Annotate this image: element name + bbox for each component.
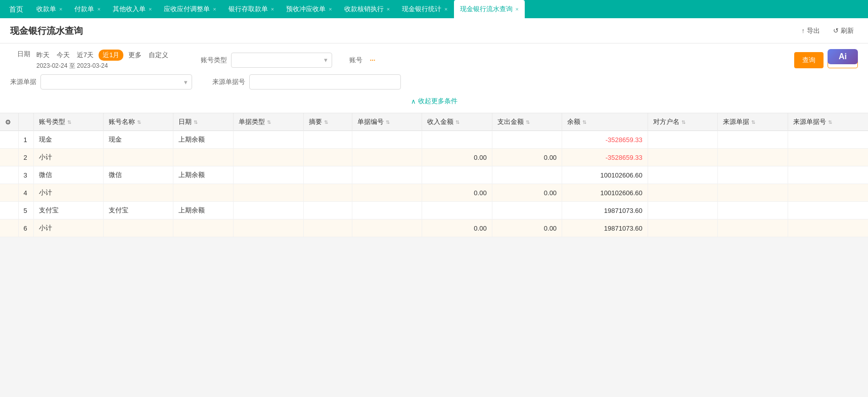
table-header-row: ⚙ 账号类型 ⇅ 账号名称 ⇅ 日期 — [0, 113, 868, 131]
row-settings-cell — [0, 131, 18, 149]
page-header: 现金银行流水查询 ↑ 导出 ↺ 刷新 — [0, 18, 868, 43]
refresh-button[interactable]: ↺ 刷新 — [829, 24, 858, 37]
row-balance: 100102606.60 — [562, 184, 648, 202]
account-label: 账号 — [342, 56, 362, 65]
row-summary — [303, 184, 352, 202]
account-type-label: 账号类型 — [201, 56, 227, 65]
query-button[interactable]: 查询 — [794, 52, 824, 68]
date-btn-7days[interactable]: 近7天 — [75, 50, 96, 61]
nav-tab-现金银行统计[interactable]: 现金银行统计 × — [396, 0, 453, 18]
sort-icon: ⇅ — [324, 119, 328, 125]
close-icon[interactable]: × — [271, 0, 274, 18]
nav-tab-应收应付调整单[interactable]: 应收应付调整单 × — [158, 0, 222, 18]
th-summary[interactable]: 摘要 ⇅ — [303, 113, 352, 131]
close-icon[interactable]: × — [59, 0, 62, 18]
close-icon[interactable]: × — [97, 0, 100, 18]
row-doc-type — [234, 149, 303, 166]
source-doc-no-input[interactable] — [249, 74, 401, 90]
th-income[interactable]: 收入金额 ⇅ — [422, 113, 492, 131]
nav-tab-银行存取款单[interactable]: 银行存取款单 × — [222, 0, 280, 18]
account-type-select[interactable]: ▾ — [231, 53, 332, 68]
row-account-name: 支付宝 — [103, 202, 173, 219]
row-doc-type — [234, 219, 303, 237]
row-source-doc-no — [788, 219, 868, 237]
filter-row-2: 来源单据 ▾ 来源单据号 — [10, 74, 858, 90]
row-account-name — [103, 149, 173, 166]
close-icon[interactable]: × — [444, 0, 447, 18]
th-source-doc-no[interactable]: 来源单据号 ⇅ — [788, 113, 868, 131]
row-account-type: 小计 — [33, 149, 103, 166]
date-btn-more[interactable]: 更多 — [126, 50, 144, 61]
row-balance: -3528659.33 — [562, 149, 648, 166]
th-counterparty[interactable]: 对方户名 ⇅ — [648, 113, 717, 131]
row-source-doc — [718, 131, 788, 149]
nav-tab-收款单[interactable]: 收款单 × — [30, 0, 68, 18]
date-btn-today[interactable]: 今天 — [55, 50, 72, 61]
account-ellipsis-btn[interactable]: ··· — [367, 54, 378, 66]
row-source-doc-no — [788, 166, 868, 184]
row-source-doc — [718, 219, 788, 237]
th-expense[interactable]: 支出金额 ⇅ — [492, 113, 562, 131]
close-icon[interactable]: × — [149, 0, 152, 18]
row-expense: 0.00 — [492, 149, 562, 166]
th-doc-type[interactable]: 单据类型 ⇅ — [234, 113, 303, 131]
filter-area: 日期 昨天 今天 近7天 近1月 更多 自定义 2023-02-24 至 202… — [0, 43, 868, 113]
nav-tab-收款核销执行[interactable]: 收款核销执行 × — [338, 0, 396, 18]
row-date: 上期余额 — [173, 202, 234, 219]
row-income — [422, 166, 492, 184]
nav-tab-其他收入单[interactable]: 其他收入单 × — [107, 0, 158, 18]
th-doc-no[interactable]: 单据编号 ⇅ — [352, 113, 422, 131]
date-btn-custom[interactable]: 自定义 — [147, 50, 170, 61]
row-account-name: 微信 — [103, 166, 173, 184]
row-source-doc-no — [788, 149, 868, 166]
row-doc-no — [352, 149, 422, 166]
th-index — [18, 113, 33, 131]
close-icon[interactable]: × — [387, 0, 390, 18]
row-counterparty — [648, 202, 717, 219]
date-btn-yesterday[interactable]: 昨天 — [34, 50, 52, 61]
close-icon[interactable]: × — [213, 0, 216, 18]
row-account-name: 现金 — [103, 131, 173, 149]
row-doc-type — [234, 131, 303, 149]
row-settings-cell — [0, 202, 18, 219]
row-account-type: 小计 — [33, 219, 103, 237]
row-date: 上期余额 — [173, 166, 234, 184]
th-account-type[interactable]: 账号类型 ⇅ — [33, 113, 103, 131]
table-row: 2 小计 0.00 0.00 -3528659.33 — [0, 149, 868, 166]
row-account-type: 小计 — [33, 184, 103, 202]
row-index: 1 — [18, 131, 33, 149]
row-balance: 19871073.60 — [562, 202, 648, 219]
source-doc-label: 来源单据 — [10, 77, 36, 86]
data-table: ⚙ 账号类型 ⇅ 账号名称 ⇅ 日期 — [0, 113, 868, 237]
row-income — [422, 202, 492, 219]
collapse-bar[interactable]: ∧ 收起更多条件 — [10, 94, 858, 107]
source-doc-select[interactable]: ▾ — [40, 74, 192, 90]
nav-tab-预收冲应收单[interactable]: 预收冲应收单 × — [280, 0, 338, 18]
close-icon[interactable]: × — [329, 0, 332, 18]
nav-tab-现金银行流水查询[interactable]: 现金银行流水查询 × — [454, 0, 525, 18]
row-doc-no — [352, 131, 422, 149]
sort-icon: ⇅ — [455, 119, 460, 125]
th-account-name[interactable]: 账号名称 ⇅ — [103, 113, 173, 131]
row-income: 0.00 — [422, 219, 492, 237]
sort-icon: ⇅ — [828, 119, 832, 125]
row-source-doc-no — [788, 184, 868, 202]
nav-home[interactable]: 首页 — [2, 0, 30, 18]
export-button[interactable]: ↑ 导出 — [798, 24, 825, 37]
row-account-type: 现金 — [33, 131, 103, 149]
th-date[interactable]: 日期 ⇅ — [173, 113, 234, 131]
ai-badge[interactable]: Ai — [828, 49, 858, 64]
date-btn-1month[interactable]: 近1月 — [99, 50, 123, 61]
close-icon[interactable]: × — [516, 0, 519, 18]
row-counterparty — [648, 219, 717, 237]
row-counterparty — [648, 149, 717, 166]
table-row: 1 现金 现金 上期余额 -3528659.33 — [0, 131, 868, 149]
page-title: 现金银行流水查询 — [10, 25, 83, 37]
filter-row-1: 日期 昨天 今天 近7天 近1月 更多 自定义 2023-02-24 至 202… — [10, 50, 858, 70]
th-balance[interactable]: 余额 ⇅ — [562, 113, 648, 131]
nav-tab-付款单[interactable]: 付款单 × — [68, 0, 106, 18]
row-doc-no — [352, 219, 422, 237]
th-source-doc[interactable]: 来源单据 ⇅ — [718, 113, 788, 131]
row-source-doc-no — [788, 202, 868, 219]
settings-col-header[interactable]: ⚙ — [0, 113, 18, 131]
